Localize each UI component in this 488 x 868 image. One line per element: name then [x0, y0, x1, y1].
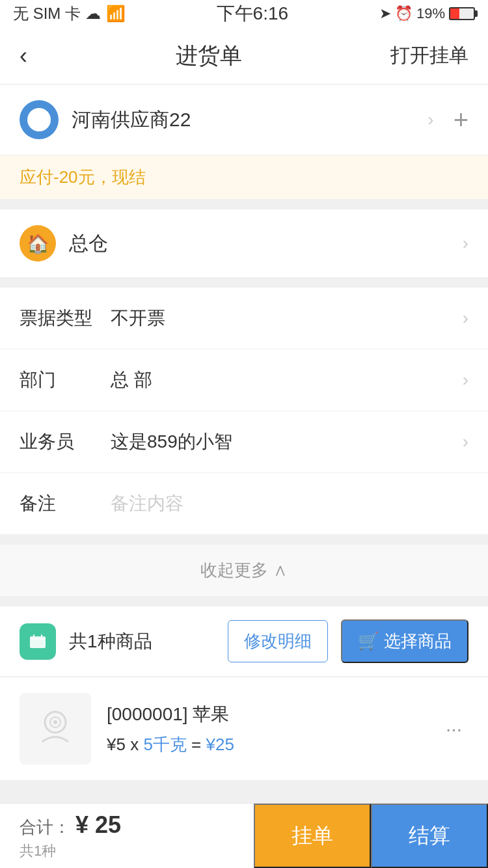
status-time: 下午6:16	[217, 1, 289, 26]
product-more-button[interactable]: ···	[439, 711, 468, 746]
department-label: 部门	[20, 368, 98, 392]
warehouse-icon: 🏠	[20, 225, 56, 262]
warehouse-row[interactable]: 🏠 总仓 ›	[0, 210, 488, 277]
remark-input[interactable]: 备注内容	[98, 491, 468, 516]
back-button[interactable]: ‹	[20, 42, 27, 70]
invoice-type-label: 票据类型	[20, 306, 98, 331]
collapse-label: 收起更多 ∧	[200, 560, 287, 580]
checkout-button[interactable]: 结算	[371, 804, 488, 868]
supplier-card: 河南供应商22 › + 应付-20元，现结	[0, 85, 488, 199]
total-line: 合计： ¥ 25	[20, 811, 234, 839]
product-title: 苹果	[193, 704, 229, 724]
product-code: [0000001]	[107, 704, 188, 724]
battery-percent: 19%	[416, 5, 445, 22]
total-label: 合计：	[20, 816, 70, 839]
supplier-arrow-icon: ›	[427, 109, 433, 130]
alarm-icon: ⏰	[395, 5, 413, 22]
warning-banner: 应付-20元，现结	[0, 156, 488, 199]
supplier-avatar	[20, 100, 59, 139]
supplier-row[interactable]: 河南供应商22 › +	[0, 85, 488, 156]
edit-detail-button[interactable]: 修改明细	[228, 620, 328, 662]
product-count-label: 共1种商品	[69, 629, 215, 654]
price-equals: =	[191, 735, 206, 754]
product-price: ¥5 x 5千克 = ¥25	[107, 733, 439, 756]
salesperson-value: 这是859的小智	[98, 429, 463, 454]
remark-label: 备注	[20, 491, 98, 516]
total-count: 共1种	[20, 841, 234, 861]
product-header: 共1种商品 修改明细 🛒 选择商品	[0, 606, 488, 676]
warehouse-card[interactable]: 🏠 总仓 ›	[0, 210, 488, 277]
svg-rect-0	[30, 636, 46, 648]
department-arrow: ›	[463, 370, 468, 390]
warehouse-name: 总仓	[69, 230, 463, 257]
invoice-type-arrow: ›	[463, 308, 468, 329]
wifi-icon: 📶	[106, 5, 126, 23]
department-value: 总 部	[98, 368, 463, 392]
nav-bar: ‹ 进货单 打开挂单	[0, 27, 488, 85]
remark-row[interactable]: 备注 备注内容	[0, 473, 488, 534]
content-area: 河南供应商22 › + 应付-20元，现结 🏠 总仓 › 票据类型 不开票 › …	[0, 85, 488, 852]
svg-point-3	[53, 720, 57, 724]
product-info: [0000001] 苹果 ¥5 x 5千克 = ¥25	[107, 702, 439, 756]
avatar-inner	[27, 108, 51, 131]
status-bar: 无 SIM 卡 ☁ 📶 下午6:16 ➤ ⏰ 19%	[0, 0, 488, 27]
department-row[interactable]: 部门 总 部 ›	[0, 349, 488, 411]
product-item: [0000001] 苹果 ¥5 x 5千克 = ¥25 ···	[0, 677, 488, 780]
add-supplier-button[interactable]: +	[454, 105, 468, 135]
supplier-name: 河南供应商22	[72, 107, 427, 133]
form-card: 票据类型 不开票 › 部门 总 部 › 业务员 这是859的小智 › 备注 备注…	[0, 288, 488, 534]
quantity-value: 5千克	[143, 735, 186, 754]
invoice-type-value: 不开票	[98, 306, 463, 331]
total-section: 合计： ¥ 25 共1种	[0, 804, 254, 868]
bottom-bar: 合计： ¥ 25 共1种 挂单 结算	[0, 803, 488, 868]
salesperson-label: 业务员	[20, 429, 98, 454]
status-left: 无 SIM 卡 ☁ 📶	[13, 3, 126, 24]
price-multiply: x	[130, 735, 143, 754]
price-value: ¥5	[107, 735, 126, 754]
battery-icon	[449, 7, 475, 20]
product-thumbnail	[20, 693, 91, 765]
salesperson-row[interactable]: 业务员 这是859的小智 ›	[0, 411, 488, 473]
hang-order-button[interactable]: 挂单	[254, 804, 371, 868]
warehouse-arrow-icon: ›	[463, 233, 468, 254]
product-section-icon	[20, 623, 56, 660]
status-right: ➤ ⏰ 19%	[379, 5, 475, 22]
product-name: [0000001] 苹果	[107, 702, 439, 727]
select-product-label: 选择商品	[384, 630, 452, 653]
total-amount: ¥ 25	[75, 811, 121, 839]
page-title: 进货单	[176, 41, 242, 71]
invoice-type-row[interactable]: 票据类型 不开票 ›	[0, 288, 488, 349]
salesperson-arrow: ›	[463, 431, 468, 452]
product-total: ¥25	[206, 735, 234, 754]
select-product-button[interactable]: 🛒 选择商品	[341, 619, 468, 663]
collapse-toggle[interactable]: 收起更多 ∧	[0, 545, 488, 596]
open-hang-button[interactable]: 打开挂单	[390, 42, 468, 69]
location-icon: ➤	[379, 5, 391, 22]
cart-icon: 🛒	[358, 631, 379, 651]
sim-label: 无 SIM 卡 ☁	[13, 3, 101, 24]
